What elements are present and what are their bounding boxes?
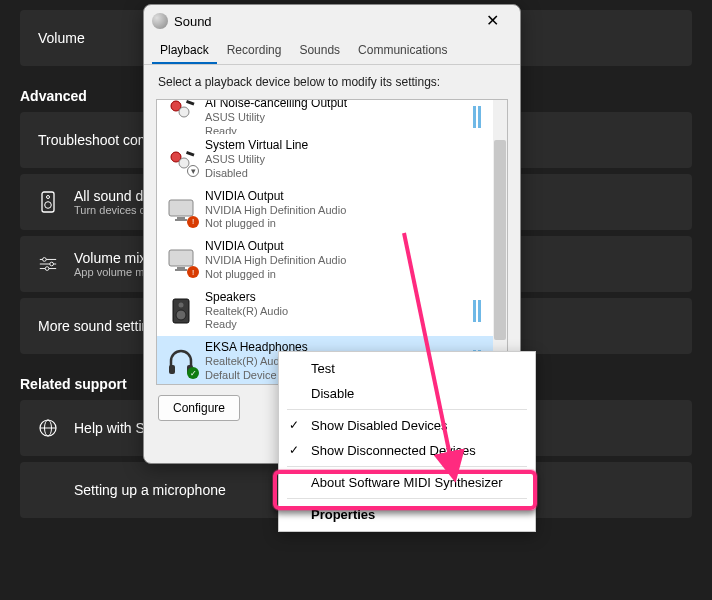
setup-mic-label: Setting up a microphone [74,482,226,498]
menu-item[interactable]: Show Disconnected Devices [279,438,535,463]
device-name: AI Noise-cancelling Output [205,100,465,111]
volume-label: Volume [38,30,85,46]
monitor-icon: ! [165,194,197,226]
menu-separator [287,466,527,467]
device-row[interactable]: AI Noise-cancelling OutputASUS UtilityRe… [157,100,493,134]
svg-point-25 [179,302,184,307]
device-driver: ASUS Utility [205,153,485,167]
tab-recording[interactable]: Recording [219,37,290,64]
tab-communications[interactable]: Communications [350,37,455,64]
device-status: Disabled [205,167,485,181]
device-row[interactable]: SpeakersRealtek(R) AudioReady [157,286,493,337]
level-meter [473,106,481,128]
svg-point-2 [45,202,52,209]
device-list: AI Noise-cancelling OutputASUS UtilityRe… [156,99,508,385]
device-row[interactable]: !NVIDIA OutputNVIDIA High Definition Aud… [157,185,493,236]
device-status: Not plugged in [205,268,485,282]
tab-playback[interactable]: Playback [152,37,217,64]
svg-rect-21 [169,250,193,266]
rca-icon [165,100,197,124]
device-driver: NVIDIA High Definition Audio [205,204,485,218]
globe-icon [38,418,58,438]
svg-point-6 [43,258,47,262]
scrollbar[interactable] [493,100,507,384]
device-driver: ASUS Utility [205,111,465,125]
svg-point-26 [176,310,186,320]
menu-item[interactable]: Test [279,356,535,381]
svg-point-7 [50,262,54,266]
menu-item[interactable]: About Software MIDI Synthesizer [279,470,535,495]
device-status: Ready [205,125,465,135]
menu-separator [287,498,527,499]
device-status: Ready [205,318,465,332]
context-menu: TestDisableShow Disabled DevicesShow Dis… [278,351,536,532]
device-driver: NVIDIA High Definition Audio [205,254,485,268]
menu-item[interactable]: Disable [279,381,535,406]
svg-point-8 [45,267,49,271]
menu-item[interactable]: Show Disabled Devices [279,413,535,438]
svg-rect-23 [175,269,187,271]
svg-point-13 [179,107,189,117]
dialog-title: Sound [174,14,472,29]
device-name: NVIDIA Output [205,189,485,204]
device-status: Not plugged in [205,217,485,231]
device-name: Speakers [205,290,465,305]
device-name: NVIDIA Output [205,239,485,254]
menu-item[interactable]: Properties [279,502,535,527]
headphones-icon: ✓ [165,345,197,377]
close-button[interactable]: ✕ [472,7,512,35]
svg-rect-20 [175,219,187,221]
speaker-icon [165,295,197,327]
level-meter [473,300,481,322]
device-name: System Virtual Line [205,138,485,153]
configure-button[interactable]: Configure [158,395,240,421]
sound-dialog-icon [152,13,168,29]
svg-rect-19 [177,217,185,219]
device-driver: Realtek(R) Audio [205,305,465,319]
svg-point-1 [47,196,50,199]
svg-rect-14 [186,100,195,106]
menu-separator [287,409,527,410]
svg-rect-18 [169,200,193,216]
svg-rect-17 [186,151,195,157]
scrollbar-thumb[interactable] [494,140,506,340]
instructions: Select a playback device below to modify… [144,65,520,99]
svg-rect-22 [177,267,185,269]
speaker-icon [38,192,58,212]
titlebar[interactable]: Sound ✕ [144,5,520,37]
device-row[interactable]: ▾System Virtual LineASUS UtilityDisabled [157,134,493,185]
device-row[interactable]: !NVIDIA OutputNVIDIA High Definition Aud… [157,235,493,286]
svg-rect-27 [169,365,175,374]
monitor-icon: ! [165,244,197,276]
mixer-icon [38,254,58,274]
rca-icon: ▾ [165,143,197,175]
tab-sounds[interactable]: Sounds [291,37,348,64]
tabs: Playback Recording Sounds Communications [144,37,520,65]
